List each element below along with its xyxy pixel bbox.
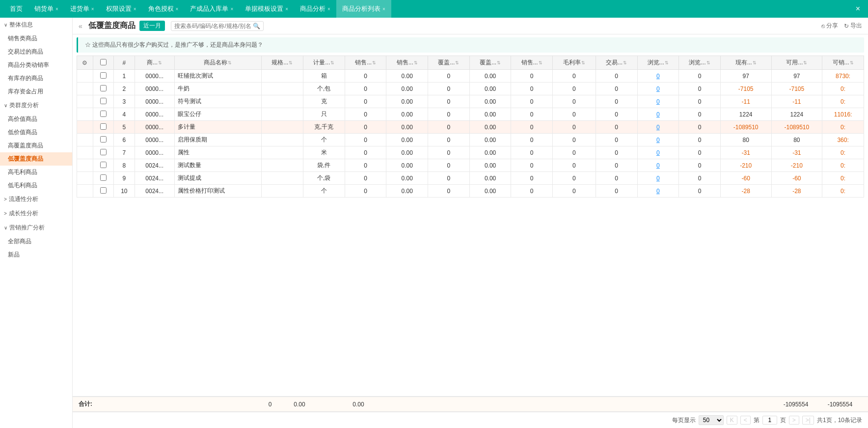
sidebar-section-overall[interactable]: ∨ 整体信息 — [0, 18, 72, 32]
table-cell-checkbox[interactable] — [93, 95, 113, 108]
col-spec[interactable]: 规格...⇅ — [262, 56, 303, 70]
select-all-checkbox[interactable] — [100, 59, 107, 65]
settings-icon[interactable]: ⚙ — [82, 59, 87, 66]
table-cell-browse1[interactable]: 0 — [637, 83, 679, 95]
last-page-button[interactable]: >| — [802, 416, 814, 425]
table-cell-checkbox[interactable] — [93, 159, 113, 172]
row-checkbox[interactable] — [100, 162, 107, 168]
col-code[interactable]: 商...⇅ — [135, 56, 174, 70]
row-checkbox[interactable] — [100, 123, 107, 130]
sidebar-section-cluster[interactable]: ∨ 类群度分析 — [0, 98, 72, 113]
period-button[interactable]: 近一月 — [139, 21, 165, 31]
close-icon[interactable]: × — [230, 6, 233, 12]
table-cell-browse1[interactable]: 0 — [637, 185, 679, 198]
close-icon[interactable]: × — [134, 6, 136, 12]
col-name[interactable]: 商品名称⇅ — [174, 56, 261, 70]
col-saleable[interactable]: 可销...⇅ — [822, 56, 864, 70]
row-checkbox[interactable] — [100, 136, 107, 143]
sidebar-item-high-value[interactable]: 高价值商品 — [0, 113, 72, 126]
nav-tab-sales[interactable]: 销货单 × — [28, 0, 64, 18]
col-browse1[interactable]: 浏览...⇅ — [637, 56, 679, 70]
col-available[interactable]: 可用...⇅ — [771, 56, 822, 70]
table-cell-browse1[interactable]: 0 — [637, 159, 679, 172]
sidebar-item-low-coverage[interactable]: 低覆盖度商品 — [0, 152, 72, 166]
table-cell-browse1[interactable]: 0 — [637, 95, 679, 108]
close-icon[interactable]: × — [382, 6, 385, 12]
table-cell-browse1[interactable]: 0 — [637, 134, 679, 146]
nav-tab-roles[interactable]: 角色授权 × — [142, 0, 185, 18]
table-cell-browse1[interactable]: 0 — [637, 146, 679, 159]
col-cover-qty[interactable]: 覆盖...⇅ — [428, 56, 470, 70]
table-cell-checkbox[interactable] — [93, 121, 113, 134]
export-button[interactable]: ↻ 导出 — [844, 22, 862, 30]
row-checkbox[interactable] — [100, 111, 107, 117]
table-cell-browse1[interactable]: 0 — [637, 70, 679, 83]
sidebar-section-marketing[interactable]: ∨ 营销推广分析 — [0, 221, 72, 235]
page-input[interactable] — [762, 416, 777, 425]
row-checkbox[interactable] — [100, 72, 107, 79]
sidebar-item-category-rate[interactable]: 商品分类动销率 — [0, 58, 72, 72]
row-checkbox[interactable] — [100, 149, 107, 155]
sidebar-item-low-value[interactable]: 低价值商品 — [0, 126, 72, 139]
table-cell-checkbox[interactable] — [93, 134, 113, 146]
table-cell-code: 0000... — [135, 83, 174, 95]
search-input[interactable] — [174, 23, 253, 29]
col-settings[interactable]: ⚙ — [77, 56, 93, 70]
row-checkbox[interactable] — [100, 174, 107, 181]
sidebar-section-liquidity[interactable]: > 流通性分析 — [0, 192, 72, 206]
col-browse2[interactable]: 浏览...⇅ — [679, 56, 721, 70]
nav-tab-home[interactable]: 首页 — [4, 0, 28, 18]
nav-tab-analysis-list[interactable]: 商品分析列表 × — [336, 0, 391, 18]
sidebar-item-stock-goods[interactable]: 有库存的商品 — [0, 72, 72, 85]
table-cell-checkbox[interactable] — [93, 172, 113, 185]
row-checkbox[interactable] — [100, 85, 107, 91]
table-cell-checkbox[interactable] — [93, 146, 113, 159]
col-cover-rate[interactable]: 覆盖...⇅ — [469, 56, 511, 70]
nav-tab-perms[interactable]: 权限设置 × — [100, 0, 142, 18]
table-cell-checkbox[interactable] — [93, 108, 113, 121]
close-icon[interactable]: × — [176, 6, 179, 12]
nav-tab-template[interactable]: 单据模板设置 × — [239, 0, 294, 18]
col-sales-amt[interactable]: 销售...⇅ — [386, 56, 428, 70]
sidebar-item-traded-goods[interactable]: 交易过的商品 — [0, 45, 72, 58]
sidebar-item-high-margin[interactable]: 高毛利商品 — [0, 166, 72, 179]
col-gross-rate[interactable]: 毛利率⇅ — [553, 56, 596, 70]
search-icon[interactable]: 🔍 — [253, 23, 260, 29]
close-icon[interactable]: × — [91, 6, 94, 12]
col-unit[interactable]: 计量...⇅ — [303, 56, 345, 70]
sidebar-item-all-goods[interactable]: 全部商品 — [0, 235, 72, 248]
per-page-select[interactable]: 50 20 100 200 — [699, 415, 724, 425]
first-page-button[interactable]: K — [727, 416, 737, 425]
table-cell-browse1[interactable]: 0 — [637, 121, 679, 134]
close-icon[interactable]: × — [55, 6, 58, 12]
prev-page-button[interactable]: < — [740, 416, 751, 425]
table-cell-browse1[interactable]: 0 — [637, 172, 679, 185]
window-close-button[interactable]: × — [852, 4, 864, 13]
table-cell-cover-qty: 0 — [428, 146, 470, 159]
row-checkbox[interactable] — [100, 187, 107, 194]
sidebar-item-new-goods[interactable]: 新品 — [0, 248, 72, 261]
col-checkbox[interactable] — [93, 56, 113, 70]
col-tx-cnt[interactable]: 交易...⇅ — [596, 56, 637, 70]
next-page-button[interactable]: > — [789, 416, 799, 425]
table-cell-checkbox[interactable] — [93, 185, 113, 198]
close-icon[interactable]: × — [327, 6, 330, 12]
sidebar-item-capital[interactable]: 库存资金占用 — [0, 85, 72, 98]
share-button[interactable]: ⎋ 分享 — [821, 22, 838, 30]
nav-tab-analysis[interactable]: 商品分析 × — [294, 0, 336, 18]
sidebar-item-high-coverage[interactable]: 高覆盖度商品 — [0, 139, 72, 152]
nav-tab-purchase[interactable]: 进货单 × — [64, 0, 100, 18]
row-checkbox[interactable] — [100, 98, 107, 104]
sidebar-section-growth[interactable]: > 成长性分析 — [0, 206, 72, 221]
table-cell-browse1[interactable]: 0 — [637, 108, 679, 121]
collapse-sidebar-button[interactable]: « — [79, 22, 82, 30]
nav-tab-inventory[interactable]: 产成品入库单 × — [184, 0, 239, 18]
close-icon[interactable]: × — [285, 6, 288, 12]
col-current-stock[interactable]: 现有...⇅ — [720, 56, 771, 70]
sidebar-item-low-margin[interactable]: 低毛利商品 — [0, 179, 72, 192]
sidebar-item-sales-goods[interactable]: 销售类商品 — [0, 32, 72, 45]
col-sales-qty[interactable]: 销售...⇅ — [345, 56, 386, 70]
table-cell-checkbox[interactable] — [93, 83, 113, 95]
table-cell-checkbox[interactable] — [93, 70, 113, 83]
col-sales-x[interactable]: 销售...⇅ — [511, 56, 553, 70]
